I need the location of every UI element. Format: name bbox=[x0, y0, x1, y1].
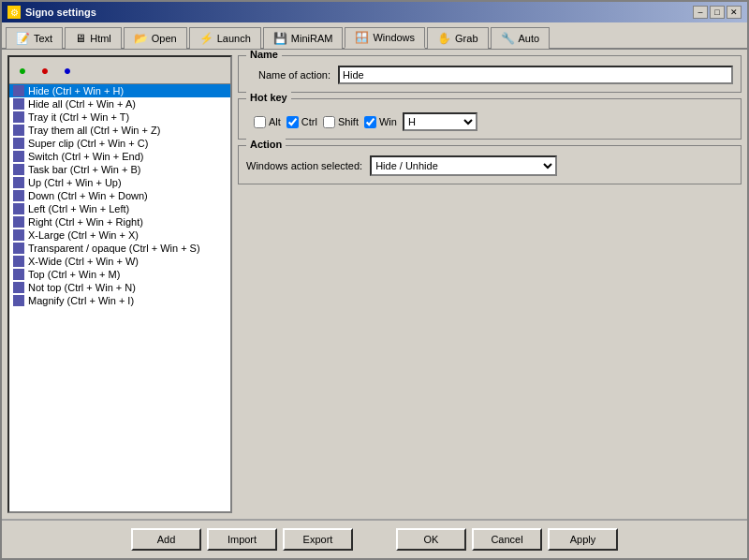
export-button[interactable]: Export bbox=[283, 528, 353, 551]
html-tab-icon: 🖥 bbox=[75, 32, 86, 45]
grab-tab-icon: ✋ bbox=[437, 32, 451, 45]
action-item-icon bbox=[13, 138, 24, 149]
action-item[interactable]: Left (Ctrl + Win + Left) bbox=[9, 202, 230, 215]
main-content: ● ● ● Hide (Ctrl + Win + H)Hide all (Ctr… bbox=[2, 50, 747, 519]
action-item[interactable]: Hide (Ctrl + Win + H) bbox=[9, 84, 230, 97]
action-item-icon bbox=[13, 295, 24, 306]
action-item-label: Switch (Ctrl + Win + End) bbox=[28, 151, 143, 162]
key-dropdown[interactable]: H A B bbox=[403, 112, 477, 131]
tab-windows[interactable]: 🪟 Windows bbox=[345, 27, 425, 49]
shift-label: Shift bbox=[338, 116, 359, 127]
action-item[interactable]: Down (Ctrl + Win + Down) bbox=[9, 189, 230, 202]
action-item-label: Hide (Ctrl + Win + H) bbox=[28, 85, 124, 96]
windows-tab-icon: 🪟 bbox=[355, 31, 369, 44]
action-item-icon bbox=[13, 98, 24, 110]
hotkey-group-title: Hot key bbox=[246, 92, 291, 103]
action-item[interactable]: Top (Ctrl + Win + M) bbox=[9, 268, 230, 281]
action-item-icon bbox=[13, 190, 24, 201]
tab-auto[interactable]: 🔧 Auto bbox=[491, 27, 551, 49]
win-checkbox-group: Win bbox=[364, 116, 397, 128]
import-button[interactable]: Import bbox=[207, 528, 277, 551]
app-icon: ⚙ bbox=[7, 6, 21, 19]
action-item-label: Task bar (Ctrl + Win + B) bbox=[28, 164, 140, 175]
close-button[interactable]: ✕ bbox=[727, 6, 742, 19]
action-item-label: X-Wide (Ctrl + Win + W) bbox=[28, 256, 139, 267]
win-checkbox[interactable] bbox=[364, 116, 376, 128]
maximize-button[interactable]: □ bbox=[710, 6, 725, 19]
launch-tab-icon: ⚡ bbox=[199, 32, 213, 45]
toolbar-blue-btn[interactable]: ● bbox=[58, 61, 77, 80]
add-button[interactable]: Add bbox=[131, 528, 201, 551]
action-item-icon bbox=[13, 164, 24, 175]
action-item-label: Tray them all (Ctrl + Win + Z) bbox=[28, 125, 160, 136]
alt-checkbox[interactable] bbox=[254, 116, 266, 128]
action-item-icon bbox=[13, 203, 24, 214]
apply-button[interactable]: Apply bbox=[548, 528, 618, 551]
toolbar-red-btn[interactable]: ● bbox=[36, 61, 54, 80]
ctrl-checkbox[interactable] bbox=[286, 116, 299, 128]
right-spacer bbox=[238, 190, 742, 513]
action-item-icon bbox=[13, 125, 24, 136]
action-item-icon bbox=[13, 243, 24, 254]
action-item[interactable]: Hide all (Ctrl + Win + A) bbox=[9, 97, 230, 111]
action-item[interactable]: Not top (Ctrl + Win + N) bbox=[9, 281, 230, 294]
minimize-button[interactable]: – bbox=[693, 6, 708, 19]
cancel-button[interactable]: Cancel bbox=[472, 528, 542, 551]
action-item-icon bbox=[13, 177, 24, 188]
tab-windows-label: Windows bbox=[373, 32, 415, 43]
action-item[interactable]: Tray it (Ctrl + Win + T) bbox=[9, 111, 230, 124]
action-item-label: Tray it (Ctrl + Win + T) bbox=[28, 111, 129, 123]
action-item-label: Super clip (Ctrl + Win + C) bbox=[28, 138, 148, 149]
action-item[interactable]: Super clip (Ctrl + Win + C) bbox=[9, 137, 230, 150]
ctrl-label: Ctrl bbox=[301, 116, 317, 127]
action-label: Windows action selected: bbox=[246, 160, 362, 171]
name-group-title: Name bbox=[246, 50, 282, 60]
action-item[interactable]: Task bar (Ctrl + Win + B) bbox=[9, 163, 230, 176]
action-item-icon bbox=[13, 256, 24, 267]
action-item[interactable]: Right (Ctrl + Win + Right) bbox=[9, 215, 230, 228]
action-item-icon bbox=[13, 85, 24, 96]
alt-checkbox-group: Alt bbox=[254, 116, 281, 128]
text-tab-icon: 📝 bbox=[16, 32, 30, 45]
ok-button[interactable]: OK bbox=[396, 528, 466, 551]
auto-tab-icon: 🔧 bbox=[501, 32, 515, 45]
action-item[interactable]: Transparent / opaque (Ctrl + Win + S) bbox=[9, 242, 230, 255]
action-item[interactable]: Switch (Ctrl + Win + End) bbox=[9, 150, 230, 163]
alt-label: Alt bbox=[269, 116, 281, 127]
left-panel: ● ● ● Hide (Ctrl + Win + H)Hide all (Ctr… bbox=[7, 55, 232, 513]
action-item-label: Hide all (Ctrl + Win + A) bbox=[28, 98, 136, 110]
tab-open[interactable]: 📂 Open bbox=[124, 27, 187, 49]
tab-miniram[interactable]: 💾 MiniRAM bbox=[263, 27, 344, 49]
action-item[interactable]: X-Large (Ctrl + Win + X) bbox=[9, 228, 230, 242]
action-item-icon bbox=[13, 282, 24, 293]
name-form-row: Name of action: bbox=[246, 66, 733, 84]
action-item-label: Left (Ctrl + Win + Left) bbox=[28, 203, 129, 214]
action-item-icon bbox=[13, 269, 24, 280]
toolbar-green-btn[interactable]: ● bbox=[13, 61, 32, 80]
action-group: Action Windows action selected: Hide / U… bbox=[238, 145, 742, 184]
shift-checkbox[interactable] bbox=[323, 116, 335, 128]
name-input[interactable] bbox=[338, 66, 733, 84]
tab-text[interactable]: 📝 Text bbox=[6, 27, 63, 49]
tab-auto-label: Auto bbox=[519, 33, 540, 44]
action-item[interactable]: X-Wide (Ctrl + Win + W) bbox=[9, 255, 230, 268]
tab-launch[interactable]: ⚡ Launch bbox=[189, 27, 261, 49]
action-item-icon bbox=[13, 216, 24, 228]
tab-launch-label: Launch bbox=[217, 33, 251, 44]
ctrl-checkbox-group: Ctrl bbox=[286, 116, 317, 128]
shift-checkbox-group: Shift bbox=[323, 116, 359, 128]
tab-html[interactable]: 🖥 Html bbox=[65, 27, 122, 49]
action-item-label: Right (Ctrl + Win + Right) bbox=[28, 216, 143, 228]
tab-grab[interactable]: ✋ Grab bbox=[427, 27, 488, 49]
action-item[interactable]: Tray them all (Ctrl + Win + Z) bbox=[9, 124, 230, 137]
action-dropdown[interactable]: Hide / Unhide Minimize Maximize Close Al… bbox=[370, 155, 557, 176]
action-item-icon bbox=[13, 111, 24, 123]
action-item[interactable]: Up (Ctrl + Win + Up) bbox=[9, 176, 230, 189]
open-tab-icon: 📂 bbox=[134, 32, 148, 45]
action-item[interactable]: Magnify (Ctrl + Win + I) bbox=[9, 294, 230, 307]
tab-open-label: Open bbox=[152, 33, 177, 44]
action-item-label: Magnify (Ctrl + Win + I) bbox=[28, 295, 134, 306]
action-item-label: Top (Ctrl + Win + M) bbox=[28, 269, 120, 280]
miniram-tab-icon: 💾 bbox=[273, 32, 287, 45]
tab-grab-label: Grab bbox=[455, 33, 477, 44]
